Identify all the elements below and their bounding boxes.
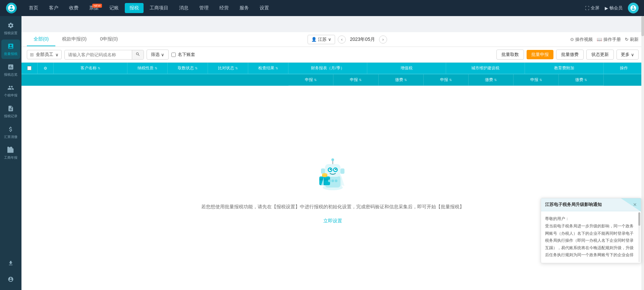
book-icon: 📖 <box>597 37 602 42</box>
filter-chevron-icon: ∨ <box>161 52 164 57</box>
notification-panel: 江苏电子税务局升级影响通知 ✕ 尊敬的用户： 受当前电子税务局进一步升级的影响，… <box>541 198 641 263</box>
video-icon: ⊙ <box>570 37 574 42</box>
batch-pay-btn[interactable]: 批量缴费 <box>556 50 584 60</box>
svg-point-20 <box>328 179 331 182</box>
svg-point-22 <box>335 179 337 182</box>
sub-header-vat-pay: 缴费 ⇅ <box>379 74 424 86</box>
province-selector[interactable]: 👤 江苏 ∨ <box>308 35 335 44</box>
nav-customer[interactable]: 客户 <box>44 3 63 13</box>
tax-records-icon <box>7 104 15 113</box>
toolbar: ⊞ 全部员工 ∨ 筛选 ∨ 名下账套 批量取数 批量申报 批量缴费 状态更新 更… <box>21 47 644 63</box>
accounts-checkbox-label[interactable]: 名下账套 <box>171 52 195 58</box>
annual-report-icon <box>7 146 15 154</box>
sidebar-item-settlement[interactable]: 汇算清缴 <box>1 123 20 142</box>
tabs-right: ⊙ 操作视频 📖 操作手册 ↻ 刷新 <box>570 37 639 43</box>
refresh-btn[interactable]: ↻ 刷新 <box>625 37 639 43</box>
header-check-result: 检查结果 ⇅ <box>248 63 288 74</box>
search-button[interactable] <box>132 50 144 59</box>
sidebar-item-user[interactable] <box>1 273 20 286</box>
empty-message: 若您想使用批量报税功能，请先在【报税设置】中进行报税的初始化设置，完成密码验证和… <box>201 203 464 211</box>
settings-icon[interactable]: ⚙ <box>44 66 47 71</box>
nav-tax[interactable]: 报税 <box>125 3 144 13</box>
nav-right-actions: ⛶ 全屏 ▶ 畅会员 <box>585 3 639 13</box>
sort-icon: ⇅ <box>449 78 452 82</box>
sidebar-item-personal-tax[interactable]: 个税申报 <box>1 81 20 100</box>
dropdown-icon: ∨ <box>55 52 59 57</box>
next-month-btn[interactable]: › <box>379 35 387 44</box>
sidebar-item-annual-report[interactable]: 工商年报 <box>1 143 20 163</box>
header-fetch-status: 取数状态 ⇅ <box>168 63 208 74</box>
batch-declare-btn[interactable]: 批量申报 <box>527 50 553 59</box>
batch-fetch-btn[interactable]: 批量取数 <box>496 50 524 60</box>
logo-circle <box>6 3 17 13</box>
sort-icon: ⇅ <box>314 78 317 82</box>
header-city-construction-tax: 城市维护建设税 <box>446 63 525 74</box>
sidebar-label-tax-settings: 报税设置 <box>4 31 17 35</box>
status-update-btn[interactable]: 状态更新 <box>586 50 614 60</box>
filter-button[interactable]: 筛选 ∨ <box>147 50 169 60</box>
main-vertical-scrollbar[interactable] <box>641 16 644 290</box>
sort-icon: ⇅ <box>404 78 407 82</box>
nav-business[interactable]: 工商项目 <box>145 3 173 13</box>
setup-now-link[interactable]: 立即设置 <box>323 218 342 224</box>
tax-overview-icon <box>7 63 15 71</box>
download-icon <box>7 259 15 267</box>
search-input[interactable] <box>65 51 132 59</box>
accounts-checkbox[interactable] <box>171 53 176 57</box>
svg-point-9 <box>335 169 336 170</box>
fullscreen-btn[interactable]: ⛶ 全屏 <box>585 5 599 11</box>
nav-management[interactable]: 管理 <box>195 3 213 13</box>
toolbar-right: 批量取数 批量申报 批量缴费 状态更新 更多 ∨ <box>496 50 639 60</box>
search-box <box>64 50 144 60</box>
more-btn[interactable]: 更多 ∨ <box>616 50 639 60</box>
sidebar-item-download[interactable] <box>1 257 20 270</box>
nav-messages[interactable]: 消息 <box>174 3 193 13</box>
prev-month-btn[interactable]: ‹ <box>338 35 346 44</box>
current-month: 2023年05月 <box>350 37 375 43</box>
sort-icon: ⇅ <box>494 78 497 82</box>
sidebar-item-tax-records[interactable]: 报税记录 <box>1 102 20 121</box>
nav-invoice[interactable]: 票据 NEW <box>85 3 103 13</box>
nav-accounting[interactable]: 记账 <box>105 3 123 13</box>
nav-billing[interactable]: 收费 <box>64 3 83 13</box>
nav-settings[interactable]: 设置 <box>255 3 274 13</box>
sidebar-item-batch-tax[interactable]: 批量报税 <box>1 40 20 59</box>
avatar[interactable] <box>628 3 639 13</box>
nav-operations[interactable]: 经营 <box>215 3 233 13</box>
sort-icon: ⇅ <box>584 78 587 82</box>
notification-scrollbar[interactable] <box>638 212 640 262</box>
header-education-surcharge: 教育费附加 <box>525 63 604 74</box>
tab-zero-declaration[interactable]: 0申报(0) <box>93 33 124 46</box>
tab-all[interactable]: 全部(0) <box>27 33 55 46</box>
header-financial-report: 财务报表（月/季） <box>288 63 367 74</box>
sidebar-bottom <box>1 257 20 286</box>
tabs-middle: 👤 江苏 ∨ ‹ 2023年05月 › <box>308 35 387 44</box>
nav-home[interactable]: 首页 <box>24 3 43 13</box>
notification-scroll-thumb[interactable] <box>638 212 640 226</box>
month-navigation: ‹ 2023年05月 › <box>338 35 387 44</box>
header-checkbox-col <box>21 63 38 74</box>
user-icon <box>7 275 15 283</box>
operation-video-btn[interactable]: ⊙ 操作视频 <box>570 37 593 43</box>
settlement-icon <box>7 125 15 133</box>
svg-point-8 <box>330 169 331 170</box>
batch-tax-icon <box>7 42 15 50</box>
operation-manual-btn[interactable]: 📖 操作手册 <box>597 37 621 43</box>
main-scroll-thumb[interactable] <box>641 16 644 36</box>
header-customer-name: 客户名称 ⇅ <box>54 63 127 74</box>
member-btn[interactable]: ▶ 畅会员 <box>605 5 623 11</box>
employee-selector[interactable]: ⊞ 全部员工 ∨ <box>27 50 62 59</box>
person-icon: 👤 <box>311 37 317 42</box>
sub-header-city-declare: 申报 ⇅ <box>424 74 469 86</box>
sidebar-label-personal-tax: 个税申报 <box>4 93 17 98</box>
sidebar-label-batch-tax: 批量报税 <box>4 52 17 56</box>
top-navigation: 首页 客户 收费 票据 NEW 记账 报税 工商项目 消息 管理 经营 服务 设… <box>0 0 644 16</box>
sidebar-item-tax-overview[interactable]: 报税总览 <box>1 60 20 80</box>
sidebar-item-tax-settings[interactable]: 报税设置 <box>1 19 20 38</box>
select-all-checkbox[interactable] <box>27 66 32 70</box>
nav-service[interactable]: 服务 <box>235 3 254 13</box>
svg-point-11 <box>331 158 334 161</box>
header-compare-status: 比对状态 ⇅ <box>208 63 248 74</box>
app-logo[interactable] <box>5 2 17 14</box>
tab-tax-declaration[interactable]: 税款申报(0) <box>55 33 93 46</box>
